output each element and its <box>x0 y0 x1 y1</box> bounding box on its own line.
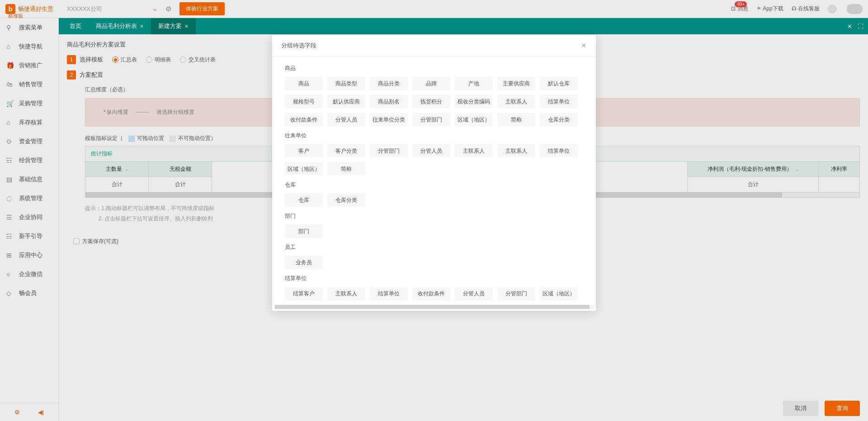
field-group-title: 往来单位 <box>285 132 583 140</box>
field-group-title: 部门 <box>285 212 583 220</box>
field-chip[interactable]: 分管部门 <box>497 287 535 300</box>
field-chip[interactable]: 商品分类 <box>370 77 408 90</box>
field-chip[interactable]: 区域（地区） <box>455 113 493 126</box>
field-chip[interactable]: 商品类型 <box>327 77 365 90</box>
field-chip[interactable]: 客户分类 <box>327 144 365 158</box>
field-chip[interactable]: 仓库 <box>285 193 323 207</box>
field-chip[interactable]: 主联系人 <box>455 144 493 158</box>
modal-head: 分组待选字段 ✕ <box>272 35 596 56</box>
field-group-title: 商品 <box>285 65 583 72</box>
field-chip[interactable]: 品牌 <box>412 77 450 90</box>
close-icon[interactable]: ✕ <box>581 42 587 50</box>
field-chip[interactable]: 分管部门 <box>412 113 450 126</box>
field-chip[interactable]: 默认仓库 <box>540 77 578 90</box>
field-chip[interactable]: 往来单位分类 <box>370 113 408 126</box>
field-chip[interactable]: 简称 <box>497 113 535 126</box>
field-chip[interactable]: 主联系人 <box>497 144 535 158</box>
field-chip[interactable]: 拣货积分 <box>412 95 450 108</box>
field-chip[interactable]: 区域（地区） <box>285 162 323 176</box>
chip-row: 业务员 <box>285 256 583 269</box>
field-chip[interactable]: 结算单位 <box>540 95 578 108</box>
chip-row: 仓库仓库分类 <box>285 193 583 207</box>
field-chip[interactable]: 默认供应商 <box>327 95 365 108</box>
field-chip[interactable]: 仓库分类 <box>327 193 365 207</box>
field-chip[interactable]: 税收分类编码 <box>455 95 493 108</box>
chip-row: 结算客户主联系人结算单位收付款条件分管人员分管部门区域（地区）简称 <box>285 287 583 305</box>
field-chip[interactable]: 仓库分类 <box>540 113 578 126</box>
field-chip[interactable]: 收付款条件 <box>285 113 323 126</box>
chip-row: 商品商品类型商品分类品牌产地主要供应商默认仓库规格型号默认供应商商品别名拣货积分… <box>285 77 583 126</box>
field-chip[interactable]: 分管人员 <box>412 144 450 158</box>
modal-title: 分组待选字段 <box>281 42 316 50</box>
field-chip[interactable]: 分管人员 <box>455 287 493 300</box>
modal-body: 商品商品商品类型商品分类品牌产地主要供应商默认仓库规格型号默认供应商商品别名拣货… <box>272 56 596 305</box>
field-chip[interactable]: 分管人员 <box>327 113 365 126</box>
chip-row: 客户客户分类分管部门分管人员主联系人主联系人结算单位区域（地区）简称 <box>285 144 583 176</box>
field-chip[interactable]: 分管部门 <box>370 144 408 158</box>
field-chip[interactable]: 收付款条件 <box>412 287 450 300</box>
field-chip[interactable]: 商品 <box>285 77 323 90</box>
field-modal: 分组待选字段 ✕ 商品商品商品类型商品分类品牌产地主要供应商默认仓库规格型号默认… <box>272 35 596 311</box>
field-chip[interactable]: 结算客户 <box>285 287 323 300</box>
field-chip[interactable]: 客户 <box>285 144 323 158</box>
field-chip[interactable]: 产地 <box>455 77 493 90</box>
field-chip[interactable]: 主联系人 <box>327 287 365 300</box>
field-chip[interactable]: 结算单位 <box>370 287 408 300</box>
modal-horizontal-scrollbar[interactable] <box>274 305 594 309</box>
field-chip[interactable]: 部门 <box>285 225 323 238</box>
field-chip[interactable]: 主要供应商 <box>497 77 535 90</box>
chip-row: 部门 <box>285 225 583 238</box>
field-group-title: 仓库 <box>285 181 583 189</box>
modal-mask: 分组待选字段 ✕ 商品商品商品类型商品分类品牌产地主要供应商默认仓库规格型号默认… <box>0 0 868 421</box>
field-chip[interactable]: 规格型号 <box>285 95 323 108</box>
field-group-title: 结算单位 <box>285 275 583 282</box>
field-chip[interactable]: 简称 <box>327 162 365 176</box>
field-group-title: 员工 <box>285 243 583 251</box>
field-chip[interactable]: 区域（地区） <box>540 287 578 300</box>
field-chip[interactable]: 业务员 <box>285 256 323 269</box>
field-chip[interactable]: 商品别名 <box>370 95 408 108</box>
field-chip[interactable]: 主联系人 <box>497 95 535 108</box>
field-chip[interactable]: 结算单位 <box>540 144 578 158</box>
